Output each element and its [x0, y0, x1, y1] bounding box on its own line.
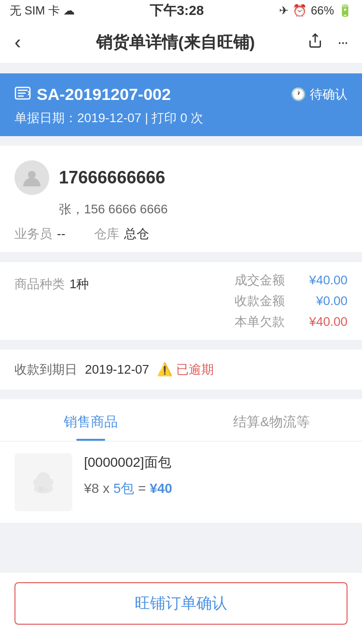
- nav-bar: ‹ 销货单详情(来自旺铺) ···: [0, 21, 362, 64]
- multiply-sign: x: [103, 481, 113, 496]
- product-info: [0000002]面包 ¥8 x 5包 = ¥40: [84, 453, 348, 498]
- warehouse-label: 仓库: [94, 225, 119, 242]
- avatar: [14, 160, 49, 195]
- amounts: 成交金额 ¥40.00 收款金额 ¥0.00 本单欠款 ¥40.00: [235, 272, 348, 330]
- customer-name: 张，156 6666 6666: [14, 201, 348, 218]
- tab-products[interactable]: 销售商品: [0, 399, 181, 441]
- divider-1: [0, 252, 362, 262]
- warning-icon: ⚠️: [157, 362, 172, 377]
- sim-status: 无 SIM 卡 ☁: [10, 3, 75, 18]
- product-types: 商品种类 1种: [14, 272, 89, 293]
- customer-row: 17666666666: [14, 160, 348, 195]
- clock-icon: 🕐: [291, 87, 306, 102]
- quantity: 5包: [113, 481, 135, 496]
- status-left: 无 SIM 卡 ☁: [10, 3, 75, 18]
- overdue-badge: ⚠️ 已逾期: [157, 361, 214, 378]
- nav-actions: ···: [307, 33, 348, 52]
- status-time: 下午3:28: [150, 1, 204, 20]
- due-date: 2019-12-07: [85, 362, 149, 377]
- customer-section: 17666666666 张，156 6666 6666 业务员 -- 仓库 总仓: [0, 146, 362, 252]
- order-id: SA-20191207-002: [14, 85, 171, 104]
- salesperson-label: 业务员: [14, 225, 52, 242]
- customer-phone: 17666666666: [59, 168, 165, 188]
- amount-value-0: ¥40.00: [294, 273, 348, 288]
- order-status: 🕐 待确认: [291, 86, 348, 103]
- due-section: 收款到期日 2019-12-07 ⚠️ 已逾期: [0, 350, 362, 390]
- share-button[interactable]: [307, 33, 323, 52]
- overdue-text: 已逾期: [176, 361, 214, 378]
- status-bar: 无 SIM 卡 ☁ 下午3:28 ✈ ⏰ 66% 🔋: [0, 0, 362, 21]
- alarm-icon: ⏰: [292, 4, 307, 17]
- product-price-row: ¥8 x 5包 = ¥40: [84, 479, 348, 498]
- salesperson-value: --: [57, 226, 65, 241]
- warehouse-item: 仓库 总仓: [94, 225, 149, 242]
- product-thumbnail: 野+: [14, 453, 72, 511]
- order-header: SA-20191207-002 🕐 待确认 单据日期：2019-12-07 | …: [0, 73, 362, 136]
- tab-settlement[interactable]: 结算&物流等: [181, 399, 362, 441]
- salesperson-item: 业务员 --: [14, 225, 65, 242]
- amount-label-2: 本单欠款: [235, 313, 285, 330]
- tabs: 销售商品 结算&物流等: [0, 399, 362, 441]
- more-button[interactable]: ···: [337, 33, 348, 51]
- due-label: 收款到期日: [14, 361, 77, 378]
- warehouse-value: 总仓: [124, 225, 149, 242]
- product-card: 野+ [0000002]面包 ¥8 x 5包 = ¥40: [0, 442, 362, 523]
- customer-meta: 业务员 -- 仓库 总仓: [14, 225, 348, 242]
- customer-card: 17666666666 张，156 6666 6666 业务员 -- 仓库 总仓…: [0, 146, 362, 340]
- amount-row-0: 成交金额 ¥40.00: [235, 272, 348, 289]
- svg-point-2: [28, 171, 36, 179]
- amount-value-1: ¥0.00: [294, 294, 348, 308]
- equals-sign: =: [138, 481, 150, 496]
- location-icon: ✈: [279, 4, 289, 17]
- bottom-bar: 旺铺订单确认: [0, 572, 362, 644]
- amount-row-2: 本单欠款 ¥40.00: [235, 313, 348, 330]
- status-right: ✈ ⏰ 66% 🔋: [279, 4, 352, 17]
- summary-section: 商品种类 1种 成交金额 ¥40.00 收款金额 ¥0.00 本单欠款 ¥40.…: [0, 262, 362, 340]
- nav-title: 销货单详情(来自旺铺): [43, 31, 307, 54]
- order-icon: [14, 85, 31, 104]
- product-name: [0000002]面包: [84, 453, 348, 472]
- product-types-value: 1种: [70, 276, 89, 293]
- svg-text:野+: 野+: [39, 486, 48, 493]
- battery-icon: 🔋: [338, 4, 352, 17]
- amount-value-2: ¥40.00: [294, 314, 348, 329]
- total-price: ¥40: [150, 481, 172, 496]
- battery-level: 66%: [311, 4, 334, 17]
- amount-row-1: 收款金额 ¥0.00: [235, 293, 348, 309]
- back-button[interactable]: ‹: [14, 31, 43, 53]
- amount-label-0: 成交金额: [235, 272, 285, 289]
- amount-label-1: 收款金额: [235, 293, 285, 309]
- order-header-top: SA-20191207-002 🕐 待确认: [14, 85, 348, 104]
- order-date: 单据日期：2019-12-07 | 打印 0 次: [14, 110, 348, 126]
- unit-price: ¥8: [84, 481, 99, 496]
- product-types-label: 商品种类: [14, 276, 65, 293]
- confirm-button[interactable]: 旺铺订单确认: [14, 582, 348, 625]
